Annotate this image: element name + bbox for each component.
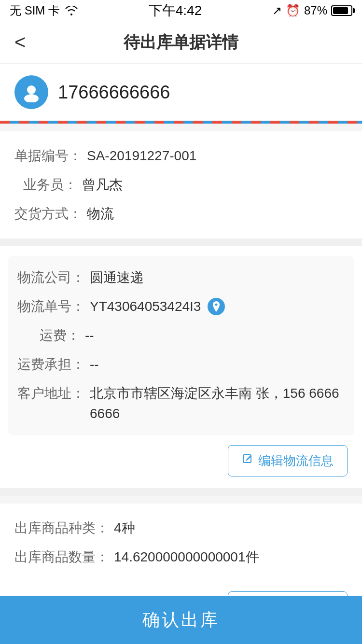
battery-percent: 87% bbox=[304, 4, 327, 17]
tracking-location-icon[interactable] bbox=[208, 298, 225, 315]
goods-quantity-value: 14.620000000000001件 bbox=[114, 547, 348, 567]
page-title: 待出库单据详情 bbox=[124, 31, 238, 54]
bottom-area: 确认出库 bbox=[0, 596, 362, 644]
svg-point-1 bbox=[24, 94, 39, 102]
freight-row: 运费： -- bbox=[17, 325, 345, 346]
customer-avatar bbox=[14, 75, 48, 109]
sales-person-label: 业务员： bbox=[14, 175, 82, 195]
goods-quantity-label: 出库商品数量： bbox=[14, 547, 114, 567]
freight-value: -- bbox=[85, 325, 345, 346]
order-number-row: 单据编号： SA-20191227-001 bbox=[14, 146, 348, 166]
logistics-section: 物流公司： 圆通速递 物流单号： YT43064053424I3 运费： -- bbox=[0, 246, 362, 488]
logistics-box: 物流公司： 圆通速递 物流单号： YT43064053424I3 运费： -- bbox=[8, 256, 354, 435]
order-number-label: 单据编号： bbox=[14, 146, 87, 166]
order-number-value: SA-20191227-001 bbox=[87, 146, 348, 166]
goods-type-value: 4种 bbox=[114, 518, 348, 538]
logistics-company-row: 物流公司： 圆通速递 bbox=[17, 267, 345, 288]
section-divider-1 bbox=[0, 238, 362, 246]
delivery-method-value: 物流 bbox=[87, 204, 348, 224]
freight-bearer-row: 运费承担： -- bbox=[17, 354, 345, 375]
delivery-method-label: 交货方式： bbox=[14, 204, 87, 224]
freight-label: 运费： bbox=[17, 325, 85, 346]
order-info-section: 单据编号： SA-20191227-001 业务员： 曾凡杰 交货方式： 物流 bbox=[0, 131, 362, 238]
logistics-company-value: 圆通速递 bbox=[90, 267, 345, 288]
dashed-separator bbox=[0, 121, 362, 124]
goods-type-label: 出库商品种类： bbox=[14, 518, 114, 538]
confirm-btn-label: 确认出库 bbox=[142, 608, 220, 632]
battery-icon bbox=[331, 5, 352, 16]
address-label: 客户地址： bbox=[17, 383, 90, 404]
customer-phone: 17666666666 bbox=[58, 82, 170, 103]
location-status-icon: ↗ bbox=[272, 4, 282, 17]
wifi-icon bbox=[65, 6, 78, 15]
edit-logistics-button[interactable]: 编辑物流信息 bbox=[228, 445, 348, 476]
delivery-method-row: 交货方式： 物流 bbox=[14, 204, 348, 224]
tracking-number-value: YT43064053424I3 bbox=[90, 296, 345, 317]
status-bar: 无 SIM 卡 下午4:42 ↗ ⏰ 87% bbox=[0, 0, 362, 21]
address-value: 北京市市辖区海淀区永丰南 张，156 6666 6666 bbox=[90, 383, 345, 424]
edit-btn-label: 编辑物流信息 bbox=[258, 452, 334, 469]
sales-person-row: 业务员： 曾凡杰 bbox=[14, 175, 348, 195]
svg-point-0 bbox=[27, 85, 36, 94]
freight-bearer-label: 运费承担： bbox=[17, 354, 90, 375]
alarm-icon: ⏰ bbox=[286, 4, 300, 17]
tracking-number-row: 物流单号： YT43064053424I3 bbox=[17, 296, 345, 317]
status-time: 下午4:42 bbox=[149, 1, 202, 20]
customer-header: 17666666666 bbox=[0, 64, 362, 121]
confirm-button[interactable]: 确认出库 bbox=[0, 596, 362, 644]
goods-type-row: 出库商品种类： 4种 bbox=[14, 518, 348, 538]
section-divider-2 bbox=[0, 488, 362, 496]
tracking-number-label: 物流单号： bbox=[17, 296, 90, 317]
status-left: 无 SIM 卡 bbox=[10, 3, 78, 18]
edit-btn-wrap: 编辑物流信息 bbox=[0, 435, 362, 488]
status-right: ↗ ⏰ 87% bbox=[272, 4, 352, 17]
freight-bearer-value: -- bbox=[90, 354, 345, 375]
sales-person-value: 曾凡杰 bbox=[82, 175, 348, 195]
edit-icon bbox=[242, 453, 253, 468]
logistics-company-label: 物流公司： bbox=[17, 267, 90, 288]
goods-section: 出库商品种类： 4种 出库商品数量： 14.620000000000001件 bbox=[0, 504, 362, 582]
carrier-text: 无 SIM 卡 bbox=[10, 3, 60, 18]
address-row: 客户地址： 北京市市辖区海淀区永丰南 张，156 6666 6666 bbox=[17, 383, 345, 424]
back-button[interactable]: < bbox=[14, 31, 26, 53]
goods-quantity-row: 出库商品数量： 14.620000000000001件 bbox=[14, 547, 348, 567]
nav-bar: < 待出库单据详情 bbox=[0, 21, 362, 64]
